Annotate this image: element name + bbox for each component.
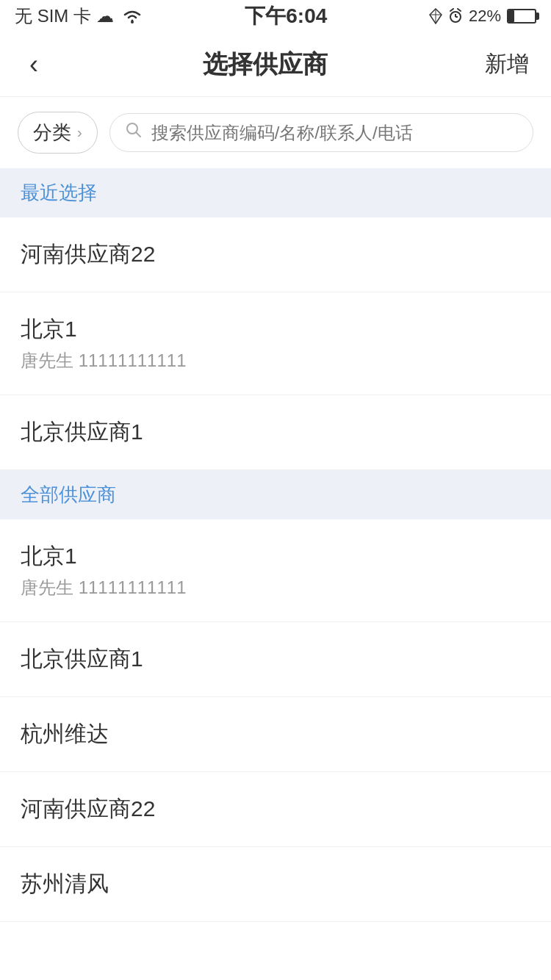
status-time: 下午6:04	[245, 2, 327, 30]
nav-bar: ‹ 选择供应商 新增	[0, 32, 551, 97]
search-box[interactable]	[109, 113, 533, 152]
wifi-icon	[121, 8, 143, 24]
alarm-icon	[448, 8, 463, 24]
page-title: 选择供应商	[203, 48, 328, 82]
item-name: 北京1	[21, 314, 530, 345]
category-label: 分类	[33, 120, 71, 145]
search-icon	[125, 121, 143, 144]
item-name: 北京供应商1	[21, 417, 530, 447]
item-sub: 唐先生 11111111111	[21, 349, 530, 372]
item-name: 苏州清风	[21, 869, 530, 899]
all-list: 北京1 唐先生 11111111111 北京供应商1 杭州维达 河南供应商22 …	[0, 519, 551, 922]
list-item[interactable]: 北京供应商1	[0, 395, 551, 470]
list-item[interactable]: 北京供应商1	[0, 622, 551, 697]
all-section-label: 全部供应商	[21, 483, 116, 505]
all-section-header: 全部供应商	[0, 470, 551, 519]
svg-line-7	[458, 9, 461, 11]
list-item[interactable]: 杭州维达	[0, 697, 551, 772]
list-item[interactable]: 河南供应商22	[0, 772, 551, 847]
svg-point-0	[131, 21, 134, 24]
list-item[interactable]: 河南供应商22	[0, 217, 551, 292]
item-name: 河南供应商22	[21, 239, 530, 270]
list-item[interactable]: 北京1 唐先生 11111111111	[0, 292, 551, 395]
status-right: 22%	[429, 7, 536, 26]
no-sim-text: 无 SIM 卡 ☁	[15, 4, 114, 28]
svg-line-6	[450, 9, 453, 11]
item-name: 北京1	[21, 541, 530, 572]
location-icon	[429, 8, 442, 24]
status-left: 无 SIM 卡 ☁	[15, 4, 143, 28]
recent-section-label: 最近选择	[21, 181, 97, 203]
recent-section-header: 最近选择	[0, 168, 551, 217]
svg-line-9	[136, 133, 140, 137]
category-button[interactable]: 分类 ›	[18, 112, 98, 154]
battery-percent: 22%	[469, 7, 501, 26]
back-button[interactable]: ‹	[22, 42, 46, 87]
filter-bar: 分类 ›	[0, 97, 551, 168]
search-input[interactable]	[151, 123, 518, 143]
battery-icon	[507, 9, 536, 24]
list-item[interactable]: 苏州清风	[0, 847, 551, 922]
item-name: 北京供应商1	[21, 644, 530, 674]
item-sub: 唐先生 11111111111	[21, 576, 530, 599]
chevron-right-icon: ›	[77, 124, 82, 141]
list-item[interactable]: 北京1 唐先生 11111111111	[0, 519, 551, 622]
item-name: 河南供应商22	[21, 794, 530, 824]
status-bar: 无 SIM 卡 ☁ 下午6:04 22%	[0, 0, 551, 32]
add-button[interactable]: 新增	[485, 49, 529, 79]
item-name: 杭州维达	[21, 719, 530, 749]
recent-list: 河南供应商22 北京1 唐先生 11111111111 北京供应商1	[0, 217, 551, 470]
